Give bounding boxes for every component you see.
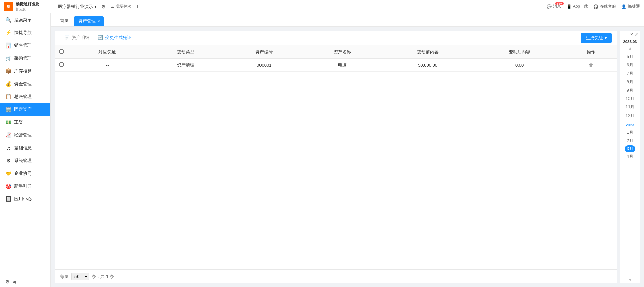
avatar-icon: 👤 bbox=[621, 4, 626, 9]
timeline-up-button[interactable]: ▲ bbox=[620, 45, 640, 51]
th-change-type: 变动类型 bbox=[147, 45, 225, 59]
sidebar-item-quicknav[interactable]: ⚡ 快捷导航 bbox=[0, 26, 50, 39]
th-before-content: 变动前内容 bbox=[382, 45, 474, 59]
message-icon: 💬 bbox=[547, 4, 552, 9]
sidebar-item-fixed-assets[interactable]: 🏢 固定资产 bbox=[0, 103, 50, 116]
dropdown-arrow-icon: ▾ bbox=[605, 35, 607, 40]
settings-button[interactable]: ⚙ bbox=[5, 279, 10, 284]
sidebar-bottom: ⚙ ◀ bbox=[0, 276, 50, 287]
per-page-label: 每页 bbox=[60, 274, 69, 280]
logo-area: 财 畅捷通好业财 普及版 bbox=[4, 1, 55, 12]
sidebar-item-ledger[interactable]: 📋 总账管理 bbox=[0, 90, 50, 103]
timeline-year-header: 2023.03 bbox=[620, 38, 640, 45]
page-size-select[interactable]: 10 20 50 100 bbox=[71, 273, 89, 280]
row-asset-no: 000001 bbox=[225, 59, 303, 72]
experience-button[interactable]: ☁ 我要体验一下 bbox=[110, 4, 140, 9]
change-voucher-table: 对应凭证 变动类型 资产编号 资产名称 变动前内容 变动后内容 操作 bbox=[55, 45, 617, 72]
header-center: 医疗器械行业演示 ▾ ⚙ ☁ 我要体验一下 bbox=[55, 3, 547, 11]
top-header: 财 畅捷通好业财 普及版 医疗器械行业演示 ▾ ⚙ ☁ 我要体验一下 💬 消息 … bbox=[0, 0, 644, 13]
timeline-month-4[interactable]: 4月 bbox=[620, 152, 640, 161]
download-icon: 📱 bbox=[566, 4, 572, 9]
headphone-icon: 🎧 bbox=[593, 4, 599, 9]
th-asset-name: 资产名称 bbox=[303, 45, 382, 59]
timeline-month-7[interactable]: 7月 bbox=[620, 69, 640, 78]
timeline-down-button[interactable]: ▼ bbox=[620, 277, 640, 283]
chart-icon: 📊 bbox=[5, 42, 11, 49]
refresh-icon: 🔄 bbox=[97, 35, 103, 40]
money-icon: 💰 bbox=[5, 81, 11, 87]
pagination-bar: 每页 10 20 50 100 条，共 1 条 bbox=[55, 269, 617, 283]
app-download-item[interactable]: 📱 App下载 bbox=[566, 4, 588, 9]
row-checkbox[interactable] bbox=[59, 62, 64, 67]
sidebar-item-search[interactable]: 🔍 搜索菜单 bbox=[0, 13, 50, 26]
sidebar-item-collaboration[interactable]: 🤝 企业协同 bbox=[0, 167, 50, 180]
sidebar-item-guide[interactable]: 🎯 新手引导 bbox=[0, 180, 50, 193]
sidebar-item-sales[interactable]: 📊 销售管理 bbox=[0, 39, 50, 52]
logo-icon: 财 bbox=[4, 2, 13, 11]
company-selector[interactable]: 医疗器械行业演示 ▾ bbox=[58, 4, 97, 10]
timeline-close-button[interactable]: ✕ bbox=[630, 32, 633, 37]
sidebar: 🔍 搜索菜单 ⚡ 快捷导航 📊 销售管理 🛒 采购管理 📦 库存核算 💰 bbox=[0, 13, 51, 287]
timeline-year-2023[interactable]: 2023 bbox=[620, 122, 640, 128]
timeline-month-11[interactable]: 11月 bbox=[620, 103, 640, 111]
logo-text: 畅捷通好业财 普及版 bbox=[16, 1, 40, 12]
timeline-month-5[interactable]: 5月 bbox=[620, 53, 640, 61]
sidebar-item-system[interactable]: ⚙ 系统管理 bbox=[0, 154, 50, 167]
select-all-checkbox[interactable] bbox=[59, 49, 64, 54]
tab-asset-management[interactable]: 资产管理 × bbox=[74, 16, 104, 26]
timeline-month-3-current[interactable]: 3月 bbox=[625, 145, 635, 152]
row-after-content: 0.00 bbox=[473, 59, 565, 72]
lightning-icon: ⚡ bbox=[5, 30, 11, 36]
header-right: 💬 消息 99+ 📱 App下载 🎧 在线客服 👤 畅捷通 bbox=[547, 4, 640, 9]
tabs-bar: 首页 资产管理 × bbox=[51, 13, 644, 27]
timeline-header: ✕ ⤢ bbox=[620, 31, 640, 38]
sidebar-item-finance[interactable]: 💰 资金管理 bbox=[0, 77, 50, 90]
handshake-icon: 🤝 bbox=[5, 170, 11, 177]
table-wrap: 对应凭证 变动类型 资产编号 资产名称 变动前内容 变动后内容 操作 bbox=[55, 45, 617, 269]
timeline-month-9[interactable]: 9月 bbox=[620, 86, 640, 95]
sidebar-item-purchase[interactable]: 🛒 采购管理 bbox=[0, 52, 50, 65]
user-item[interactable]: 👤 畅捷通 bbox=[621, 4, 640, 9]
tab-home[interactable]: 首页 bbox=[56, 15, 73, 26]
payroll-icon: 💵 bbox=[5, 119, 11, 125]
sub-tab-asset-detail[interactable]: 📄 资产明细 bbox=[60, 31, 93, 45]
timeline-month-12[interactable]: 12月 bbox=[620, 111, 640, 120]
sidebar-item-basic-info[interactable]: 🗂 基础信息 bbox=[0, 141, 50, 154]
page-content: 📄 资产明细 🔄 变更生成凭证 生成凭证 ▾ bbox=[51, 27, 644, 287]
generate-voucher-button[interactable]: 生成凭证 ▾ bbox=[581, 33, 612, 43]
ledger-icon: 📋 bbox=[5, 94, 11, 100]
sidebar-item-management[interactable]: 📈 经营管理 bbox=[0, 129, 50, 141]
row-voucher: -- bbox=[68, 59, 147, 72]
trending-icon: 📈 bbox=[5, 132, 11, 138]
collapse-button[interactable]: ◀ bbox=[12, 279, 16, 284]
gear-button[interactable]: ⚙ bbox=[99, 3, 108, 11]
sidebar-item-inventory[interactable]: 📦 库存核算 bbox=[0, 65, 50, 77]
search-icon: 🔍 bbox=[5, 17, 11, 23]
timeline-month-8[interactable]: 8月 bbox=[620, 78, 640, 86]
table-header-row: 对应凭证 变动类型 资产编号 资产名称 变动前内容 变动后内容 操作 bbox=[55, 45, 617, 59]
timeline-month-1[interactable]: 1月 bbox=[620, 128, 640, 137]
content-area: 首页 资产管理 × 📄 资产明细 🔄 变更生成凭证 bbox=[51, 13, 644, 287]
sidebar-item-payroll[interactable]: 💵 工资 bbox=[0, 116, 50, 129]
cloud-icon: ☁ bbox=[110, 4, 114, 9]
timeline-expand-button[interactable]: ⤢ bbox=[635, 32, 638, 37]
timeline-separator bbox=[622, 121, 638, 121]
timeline-items: 5月 6月 7月 8月 9月 10月 11月 12月 2023 1月 2月 3月… bbox=[620, 51, 640, 277]
timeline-month-10[interactable]: 10月 bbox=[620, 95, 640, 103]
row-asset-name: 电脑 bbox=[303, 59, 382, 72]
sidebar-item-app-center[interactable]: 🔲 应用中心 bbox=[0, 193, 50, 205]
sidebar-scroll: 🔍 搜索菜单 ⚡ 快捷导航 📊 销售管理 🛒 采购管理 📦 库存核算 💰 bbox=[0, 13, 50, 276]
timeline-month-6[interactable]: 6月 bbox=[620, 61, 640, 69]
sub-tab-change-voucher[interactable]: 🔄 变更生成凭证 bbox=[93, 31, 135, 45]
customer-service-item[interactable]: 🎧 在线客服 bbox=[593, 4, 616, 9]
timeline-month-2[interactable]: 2月 bbox=[620, 137, 640, 145]
th-after-content: 变动后内容 bbox=[473, 45, 565, 59]
total-label: 条，共 1 条 bbox=[92, 274, 114, 280]
main-layout: 🔍 搜索菜单 ⚡ 快捷导航 📊 销售管理 🛒 采购管理 📦 库存核算 💰 bbox=[0, 13, 644, 287]
cart-icon: 🛒 bbox=[5, 55, 11, 61]
messages-item[interactable]: 💬 消息 99+ bbox=[547, 4, 561, 9]
box-icon: 📦 bbox=[5, 68, 11, 74]
th-checkbox bbox=[55, 45, 68, 59]
tab-close-icon[interactable]: × bbox=[98, 19, 100, 23]
delete-row-button[interactable]: 🗑 bbox=[589, 62, 593, 68]
